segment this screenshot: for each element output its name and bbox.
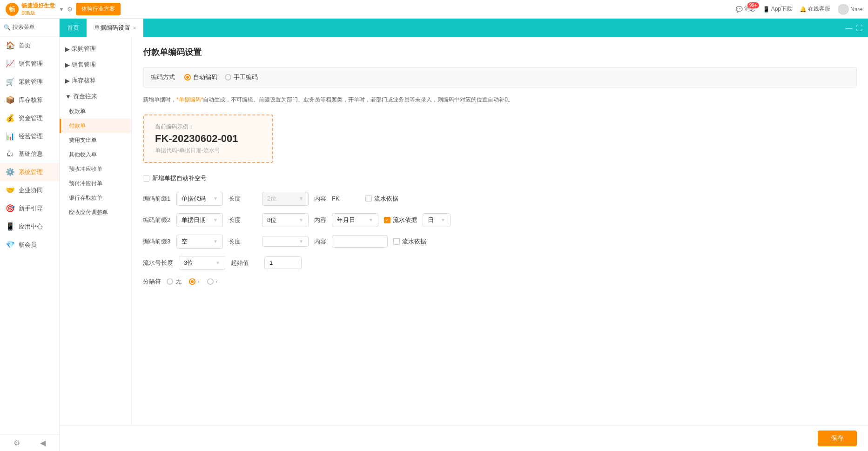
sales-icon: 📈 [6,59,15,68]
appstore-icon: 📱 [6,222,15,231]
length3-select[interactable]: ▼ [262,236,309,247]
sidebar-item-appstore[interactable]: 📱 应用中心 [0,217,59,236]
page-content: ▶ 采购管理 ▶ 销售管理 ▶ 库存核算 [60,37,868,425]
length2-label: 长度 [229,216,256,224]
top-bar-controls: ▼ ⚙ 体验行业方案 [59,3,121,15]
sidebar-item-purchase[interactable]: 🛒 采购管理 [0,73,59,91]
content-area: 首页 单据编码设置 × — ⛶ ▶ 采购管理 [60,19,868,451]
content3-label: 内容 [314,237,326,246]
app-logo: 畅 畅捷通好生意 旗舰版 [6,2,55,16]
sidebar-item-home[interactable]: 🏠 首页 [0,36,59,54]
content1-label: 内容 [314,195,326,203]
chevron-down-icon-p3: ▼ [213,239,218,244]
sidebar-item-basic-info[interactable]: 🗂 基础信息 [0,145,59,163]
chevron-down-icon-p1: ▼ [213,196,218,201]
sidebar-bottom: ⚙ ◀ [0,434,59,451]
sidebar-item-inventory[interactable]: 📦 库存核算 [0,91,59,109]
separator-dot1[interactable]: · [189,278,200,285]
chevron-down-icon-l2: ▼ [299,217,303,222]
service-icon: 🔔 [800,6,807,13]
sidebar-collapse-button[interactable]: ◀ [40,438,46,447]
online-service-button[interactable]: 🔔 在线客服 [800,5,830,13]
top-bar-left: 畅 畅捷通好生意 旗舰版 ▼ ⚙ 体验行业方案 [6,2,121,16]
separator-row: 分隔符 无 · · [143,277,857,286]
settings-icon[interactable]: ⚙ [67,6,73,13]
code-preview-value: FK-20230602-001 [155,133,261,145]
prefix2-select[interactable]: 单据日期 ▼ [176,213,223,227]
chevron-down-icon-u2: ▼ [441,217,445,222]
left-nav-group-purchase: ▶ 采购管理 [60,41,131,57]
content3-input[interactable] [332,235,388,248]
left-nav-other-income[interactable]: 其他收入单 [60,148,131,162]
sidebar-item-operation[interactable]: 📊 经营管理 [0,127,59,145]
serial1-label: 流水依据 [374,195,398,203]
serial-length-select[interactable]: 3位 ▼ [179,256,225,270]
serial2-unit-select[interactable]: 日 ▼ [423,213,451,227]
left-nav-prepay-offset[interactable]: 预收冲应收单 [60,162,131,176]
left-nav-panel: ▶ 采购管理 ▶ 销售管理 ▶ 库存核算 [60,37,132,425]
sidebar: 🔍 搜索菜单 🏠 首页 📈 销售管理 🛒 采购管理 📦 库存核算 💰 [0,19,60,451]
tab-encoding-settings[interactable]: 单据编码设置 × [87,19,143,37]
manual-code-radio[interactable]: 手工编码 [225,73,258,81]
message-button[interactable]: 💬 消息 99+ [736,5,755,13]
finance-icon: 💰 [6,114,15,122]
start-value-input[interactable] [264,256,302,269]
left-nav-capital[interactable]: ▼ 资金往来 [60,88,131,104]
left-nav-purchase[interactable]: ▶ 采购管理 [60,41,131,57]
save-button[interactable]: 保存 [818,431,857,446]
tab-close-icon[interactable]: × [133,25,136,31]
sidebar-item-sales[interactable]: 📈 销售管理 [0,54,59,73]
length1-label: 长度 [229,195,256,203]
tab-bar: 首页 单据编码设置 × — ⛶ [60,19,868,37]
prefix3-label: 编码前缀3 [143,237,171,246]
top-bar-right: 💬 消息 99+ 📱 App下载 🔔 在线客服 Nare [736,4,862,15]
tab-minimize-icon[interactable]: — [846,24,852,32]
prefix3-select[interactable]: 空 ▼ [176,235,223,249]
separator-none[interactable]: 无 [167,277,182,286]
length3-label: 长度 [229,237,256,246]
left-nav-bank[interactable]: 银行存取款单 [60,191,131,205]
left-nav-payment[interactable]: 付款单 [60,119,131,133]
purchase-icon: 🛒 [6,77,15,86]
sidebar-search[interactable]: 🔍 搜索菜单 [0,19,59,36]
prefix1-select[interactable]: 单据代码 ▼ [176,192,223,206]
encoding-method-label: 编码方式 [151,73,175,81]
auto-fill-checkbox[interactable] [143,175,149,182]
auto-code-radio[interactable]: 自动编码 [184,73,217,81]
serial3-checkbox[interactable] [393,238,400,245]
download-icon: 📱 [763,6,770,13]
content2-select[interactable]: 年月日 ▼ [332,213,378,227]
start-value-label: 起始值 [231,259,259,267]
sidebar-item-system[interactable]: ⚙️ 系统管理 [0,163,59,181]
separator-options: 无 · · [167,277,217,286]
left-nav-receipt[interactable]: 收款单 [60,104,131,119]
left-nav-group-inventory: ▶ 库存核算 [60,73,131,88]
nav-arrow[interactable]: ▼ [59,6,64,13]
sidebar-item-cooperation[interactable]: 🤝 企业协同 [0,181,59,199]
length2-select[interactable]: 8位 ▼ [262,213,309,227]
tab-maximize-icon[interactable]: ⛶ [856,24,862,32]
prefix-row-3: 编码前缀3 空 ▼ 长度 ▼ 内容 流水依据 [143,235,857,249]
left-nav-ar-ap-adjust[interactable]: 应收应付调整单 [60,205,131,220]
serial2-checkbox[interactable]: ✓ [384,217,390,223]
left-nav-inventory[interactable]: ▶ 库存核算 [60,73,131,88]
sidebar-item-guide[interactable]: 🎯 新手引导 [0,199,59,217]
chevron-down-icon-p2: ▼ [213,217,218,222]
separator-dot2[interactable]: · [207,278,218,285]
sidebar-item-finance[interactable]: 💰 资金管理 [0,109,59,127]
message-icon: 💬 [736,6,743,13]
experience-button[interactable]: 体验行业方案 [76,3,121,15]
encoding-method-section: 编码方式 自动编码 手工编码 [143,67,857,88]
user-profile[interactable]: Nare [838,4,862,15]
code-preview-desc: 单据代码-单据日期-流水号 [155,147,261,155]
app-download-button[interactable]: 📱 App下载 [763,5,792,13]
left-nav-expense[interactable]: 费用支出单 [60,133,131,148]
left-nav-advance-offset[interactable]: 预付冲应付单 [60,176,131,191]
serial-length-label: 流水号长度 [143,259,173,267]
tab-home[interactable]: 首页 [60,19,87,37]
sidebar-item-member[interactable]: 💎 畅会员 [0,236,59,254]
cooperation-icon: 🤝 [6,186,15,195]
left-nav-sales[interactable]: ▶ 销售管理 [60,57,131,73]
sidebar-settings-button[interactable]: ⚙ [13,438,20,447]
serial1-checkbox[interactable] [365,195,372,202]
